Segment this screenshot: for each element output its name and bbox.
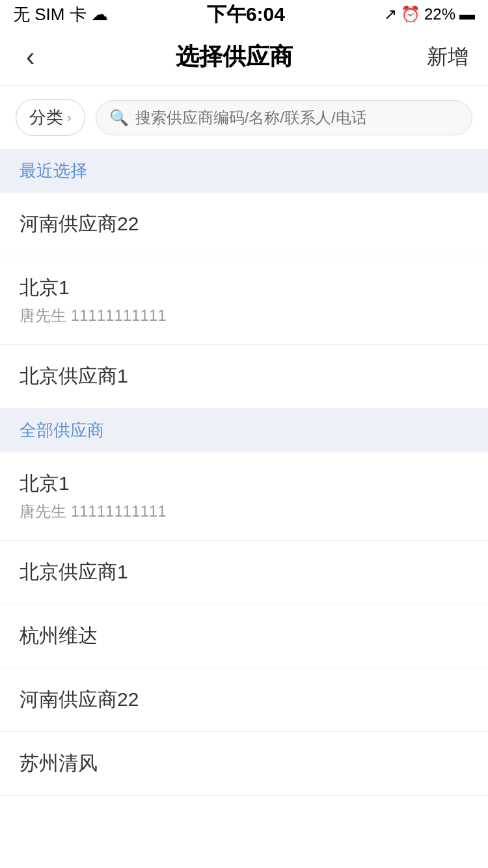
- item-sub: 唐先生 11111111111: [20, 305, 468, 326]
- list-item[interactable]: 北京供应商1: [0, 345, 488, 409]
- item-name: 北京1: [20, 470, 468, 497]
- item-name: 杭州维达: [20, 623, 468, 649]
- page-title: 选择供应商: [176, 41, 293, 73]
- category-label: 分类: [29, 106, 63, 129]
- item-name: 河南供应商22: [20, 211, 468, 237]
- status-left: 无 SIM 卡 ☁: [13, 3, 108, 26]
- list-item[interactable]: 苏州清风: [0, 732, 488, 796]
- battery-text: 22%: [424, 5, 455, 23]
- back-button[interactable]: ‹: [20, 36, 41, 78]
- list-item[interactable]: 北京1唐先生 11111111111: [0, 256, 488, 345]
- list-item[interactable]: 河南供应商22: [0, 193, 488, 256]
- item-name: 苏州清风: [20, 750, 468, 777]
- chevron-right-icon: ›: [67, 110, 72, 125]
- item-sub: 唐先生 11111111111: [20, 501, 468, 522]
- all-section-header: 全部供应商: [0, 409, 488, 452]
- recent-list: 河南供应商22北京1唐先生 11111111111北京供应商1: [0, 193, 488, 409]
- all-list: 北京1唐先生 11111111111北京供应商1杭州维达河南供应商22苏州清风: [0, 452, 488, 796]
- filter-row: 分类 › 🔍: [0, 86, 488, 149]
- add-button[interactable]: 新增: [427, 43, 468, 72]
- search-icon: 🔍: [109, 109, 129, 127]
- alarm-icon: ⏰: [401, 5, 420, 23]
- list-item[interactable]: 杭州维达: [0, 604, 488, 668]
- nav-bar: ‹ 选择供应商 新增: [0, 29, 488, 86]
- item-name: 北京供应商1: [20, 559, 468, 586]
- list-item[interactable]: 北京供应商1: [0, 541, 488, 604]
- item-name: 北京1: [20, 275, 468, 301]
- status-time: 下午6:04: [207, 1, 285, 28]
- search-input[interactable]: [135, 109, 459, 127]
- status-right: ↗ ⏰ 22% ▬: [384, 5, 475, 23]
- status-bar: 无 SIM 卡 ☁ 下午6:04 ↗ ⏰ 22% ▬: [0, 0, 488, 29]
- list-item[interactable]: 北京1唐先生 11111111111: [0, 452, 488, 541]
- item-name: 北京供应商1: [20, 363, 468, 390]
- location-icon: ↗: [384, 5, 397, 23]
- battery-icon: ▬: [459, 5, 475, 23]
- search-box[interactable]: 🔍: [96, 100, 472, 135]
- recent-section-header: 最近选择: [0, 149, 488, 193]
- item-name: 河南供应商22: [20, 686, 468, 713]
- category-filter[interactable]: 分类 ›: [16, 99, 85, 136]
- list-item[interactable]: 河南供应商22: [0, 668, 488, 732]
